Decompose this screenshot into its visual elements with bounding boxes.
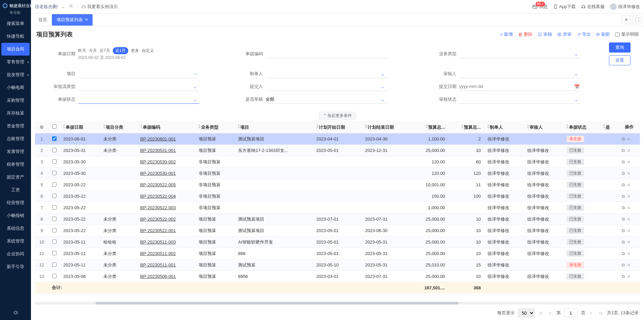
org-name[interactable]: 徐老板勿删! <box>35 4 58 10</box>
cell-code[interactable]: BP-20230522-003 <box>137 202 195 214</box>
table-row[interactable]: 112023-05-11未分类BP-20230511-002项目预算888202… <box>35 248 640 259</box>
row-checkbox[interactable] <box>48 214 60 225</box>
sidebar-item[interactable]: 小畅报销 <box>0 209 31 222</box>
tab-home[interactable]: 首页 <box>34 14 52 26</box>
calendar-icon[interactable]: 📅 <box>574 84 580 89</box>
sidebar-item[interactable]: 新手引导 <box>0 260 31 273</box>
cell-code[interactable]: BP-20230522-005 <box>137 179 195 191</box>
cell-code[interactable]: BP-20230530-001 <box>137 168 195 179</box>
qr-icon[interactable]: ⌗ <box>628 171 630 176</box>
table-row[interactable]: 92023-05-22未分类BP-20230522-001项目预算测试预算项目2… <box>35 225 640 236</box>
cell-code[interactable]: BP-20230522-001 <box>137 225 195 236</box>
show-detail-checkbox[interactable]: 显示明细 <box>615 31 639 37</box>
filter-flow-select[interactable] <box>78 82 199 91</box>
view-icon[interactable]: ⧉ <box>622 194 625 199</box>
sidebar-item[interactable]: 资金管理 <box>0 120 31 132</box>
filter-submitter-select[interactable] <box>266 82 387 91</box>
table-row[interactable]: 72023-05-22BP-20230522-003非项目预算1,000.00徐… <box>35 202 640 214</box>
fullscreen-icon[interactable]: ⛶ <box>633 15 641 24</box>
filter-submit-date-input[interactable] <box>459 82 580 91</box>
view-icon[interactable]: ⧉ <box>622 136 625 142</box>
date-chip-1m[interactable]: 近1月 <box>113 47 129 54</box>
user-menu[interactable]: 徐泽华修改 <box>610 3 640 10</box>
row-checkbox[interactable] <box>48 248 60 259</box>
setup-button[interactable]: 设置 <box>609 55 631 65</box>
cell-code[interactable]: BP-20230531-001 <box>137 145 195 156</box>
sidebar-item[interactable]: 库存核算 <box>0 107 31 120</box>
table-row[interactable]: 42023-05-30BP-20230530-001非项目预算120.00120… <box>35 168 640 179</box>
date-chip-today[interactable]: 今天 <box>89 48 97 54</box>
qr-icon[interactable]: ⌗ <box>628 148 630 153</box>
table-row[interactable]: 102023-05-11哈哈哈BP-20230511-003项目预算AI智能软硬… <box>35 236 640 248</box>
date-chip-7d[interactable]: 近7天 <box>100 48 110 54</box>
qr-icon[interactable]: ⌗ <box>628 239 630 245</box>
filter-code-input[interactable] <box>266 50 387 58</box>
col-total1[interactable]: ▴▾预算总... <box>411 121 449 133</box>
row-checkbox[interactable] <box>48 259 60 271</box>
first-page-button[interactable]: |< <box>538 311 544 316</box>
row-checkbox[interactable] <box>48 225 60 236</box>
date-chip-more[interactable]: 更多 <box>131 48 139 54</box>
row-checkbox[interactable] <box>48 156 60 168</box>
cell-code[interactable]: BP-20230522-004 <box>137 191 195 202</box>
sidebar-item[interactable]: 系统管理 <box>0 235 31 248</box>
col-project[interactable]: ▴▾项目 <box>235 121 313 133</box>
col-start[interactable]: ▴▾计划开始日期 <box>313 121 362 133</box>
cell-code[interactable]: BP-20230530-002 <box>137 156 195 168</box>
delete-button[interactable]: 🗑删除 <box>518 31 533 37</box>
sidebar-item[interactable]: 工资 <box>0 184 31 196</box>
qr-icon[interactable]: ⌗ <box>628 251 630 256</box>
row-checkbox[interactable] <box>48 202 60 214</box>
col-auditor[interactable]: ▴▾审核人 <box>524 121 563 133</box>
search-button[interactable]: 查询 <box>609 42 631 53</box>
sidebar-item[interactable]: 项目合同 <box>1 43 30 56</box>
row-checkbox[interactable] <box>48 179 60 191</box>
table-settings-icon[interactable]: ⚙ <box>35 121 48 133</box>
refresh-button[interactable]: ⟳刷新 <box>596 31 610 37</box>
col-status[interactable]: ▴▾单据状态 <box>563 121 600 133</box>
row-checkbox[interactable] <box>48 133 60 145</box>
sidebar-item[interactable]: 税务管理 <box>0 158 31 171</box>
sidebar-item[interactable]: 企业协同 <box>0 248 31 260</box>
col-end[interactable]: ▴▾计划结束日期 <box>362 121 411 133</box>
view-icon[interactable]: ⧉ <box>622 148 625 153</box>
col-btype[interactable]: ▴▾业务类型 <box>195 121 235 133</box>
qr-icon[interactable]: ⌗ <box>628 274 630 279</box>
col-maker[interactable]: ▴▾制单人 <box>484 121 523 133</box>
sidebar-item[interactable]: 采购管理 <box>0 94 31 107</box>
row-checkbox[interactable] <box>48 271 60 282</box>
date-chip-custom[interactable]: 自定义 <box>142 48 154 54</box>
col-date[interactable]: ▴▾单据日期 <box>60 121 100 133</box>
qr-icon[interactable]: ⌗ <box>628 217 630 222</box>
view-icon[interactable]: ⧉ <box>622 159 625 165</box>
sidebar-item[interactable]: 搜索菜单 <box>0 17 31 30</box>
row-checkbox[interactable] <box>48 191 60 202</box>
view-icon[interactable]: ⧉ <box>622 228 625 233</box>
filter-proj-input[interactable] <box>78 69 199 78</box>
filter-auditor-select[interactable] <box>459 69 580 78</box>
table-row[interactable]: 52023-05-22BP-20230522-005非项目预算10,001.00… <box>35 179 640 191</box>
col-total2[interactable]: ▴▾预算总... <box>448 121 484 133</box>
sidebar-item[interactable]: 固定资产 <box>0 171 31 184</box>
view-icon[interactable]: ⧉ <box>622 217 625 222</box>
table-row[interactable]: 82023-05-22未分类BP-20230522-002项目预算测试预算项目2… <box>35 214 640 225</box>
qr-icon[interactable]: ⌗ <box>628 159 630 165</box>
table-row[interactable]: 122023-05-11未分类BP-20230511-001项目预算测试预算20… <box>35 259 640 271</box>
chevron-down-icon[interactable]: ⌄ <box>62 4 65 9</box>
last-page-button[interactable]: >| <box>597 311 604 316</box>
sidebar-item[interactable]: 快捷导航 <box>0 30 31 43</box>
col-extra[interactable]: ▴▾是 <box>600 121 618 133</box>
sidebar-item[interactable]: 发票管理 <box>0 145 31 158</box>
select-all-checkbox[interactable] <box>48 121 60 133</box>
qr-icon[interactable]: ⌗ <box>628 136 630 142</box>
sidebar-settings-icon[interactable] <box>0 307 31 320</box>
view-icon[interactable]: ⧉ <box>622 239 625 245</box>
view-icon[interactable]: ⧉ <box>622 251 625 256</box>
more-icon[interactable]: ⋯ <box>193 71 198 76</box>
col-code[interactable]: ▴▾单据编码 <box>137 121 195 133</box>
perpage-select[interactable]: 50 <box>518 309 535 317</box>
row-checkbox[interactable] <box>48 145 60 156</box>
col-category[interactable]: ▴▾项目分类 <box>100 121 137 133</box>
row-checkbox[interactable] <box>48 168 60 179</box>
cell-code[interactable]: BP-20230511-002 <box>137 248 195 259</box>
